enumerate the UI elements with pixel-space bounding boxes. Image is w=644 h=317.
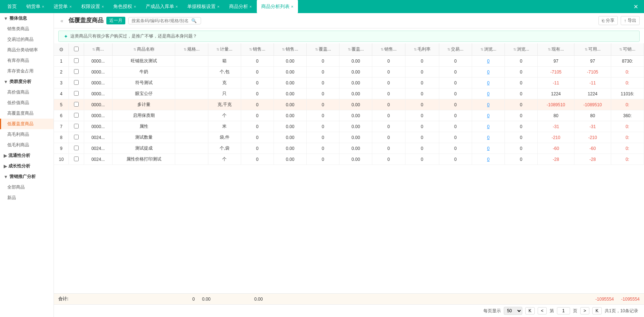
row-checkbox[interactable] bbox=[74, 102, 79, 107]
row-checkbox[interactable] bbox=[74, 124, 79, 128]
sidebar-item-low-coverage[interactable]: 低覆盖度商品 bbox=[0, 119, 54, 129]
collapse-sidebar-button[interactable]: « bbox=[58, 17, 66, 24]
row-checkbox[interactable] bbox=[74, 91, 79, 96]
col-sales-amount[interactable]: ⇅销售... bbox=[274, 43, 306, 56]
col-gross-rate[interactable]: ⇅毛利率 bbox=[405, 43, 439, 56]
cell-browse1[interactable]: 0 bbox=[472, 110, 504, 121]
row-checkbox[interactable] bbox=[74, 80, 79, 85]
col-code[interactable]: ⇅商... bbox=[84, 43, 113, 56]
col-available[interactable]: ⇅可用... bbox=[574, 43, 611, 56]
table-row[interactable]: 6 0000... 启用保质期 个 0 0.00 0 0.00 0 0 0 0 … bbox=[54, 110, 644, 121]
nav-template-settings[interactable]: 单据模板设置 × bbox=[183, 0, 224, 13]
sidebar-item-stock-capital[interactable]: 库存资金占用 bbox=[0, 66, 54, 76]
search-input[interactable] bbox=[131, 18, 190, 23]
nav-permission-settings[interactable]: 权限设置 × bbox=[77, 0, 108, 13]
sidebar-item-low-margin[interactable]: 低毛利商品 bbox=[0, 140, 54, 150]
col-settings[interactable]: ⚙ bbox=[54, 43, 69, 56]
cell-check[interactable] bbox=[69, 88, 84, 99]
first-page-button[interactable]: K bbox=[525, 307, 535, 314]
row-checkbox[interactable] bbox=[74, 135, 79, 139]
table-row[interactable]: 3 0000... 符号测试 克 0 0.00 0 0.00 0 0 0 0 0… bbox=[54, 78, 644, 88]
sidebar-item-new-goods[interactable]: 新品 bbox=[0, 193, 54, 203]
cell-check[interactable] bbox=[69, 143, 84, 154]
nav-finished-goods[interactable]: 产成品入库单 × bbox=[141, 0, 182, 13]
sidebar-item-all-goods[interactable]: 全部商品 bbox=[0, 182, 54, 193]
cell-browse1[interactable]: 0 bbox=[472, 56, 504, 67]
nav-home[interactable]: 首页 bbox=[3, 0, 21, 13]
cell-browse1[interactable]: 0 bbox=[472, 78, 504, 88]
col-current[interactable]: ⇅现有... bbox=[538, 43, 574, 56]
sidebar-item-stocked-goods[interactable]: 有库存商品 bbox=[0, 55, 54, 66]
cell-check[interactable] bbox=[69, 132, 84, 143]
nav-close-goods-analysis[interactable]: × bbox=[250, 4, 252, 9]
cell-browse1[interactable]: 0 bbox=[472, 99, 504, 110]
col-browse2[interactable]: ⇅浏览... bbox=[505, 43, 538, 56]
sidebar-group-cluster[interactable]: ▼ 类群度分析 bbox=[0, 76, 54, 87]
col-sales-x[interactable]: ⇅销售... bbox=[372, 43, 405, 56]
last-page-button[interactable]: K bbox=[592, 307, 602, 314]
table-row[interactable]: 1 0000... 旺铺批次测试 箱 0 0.00 0 0.00 0 0 0 0… bbox=[54, 56, 644, 67]
table-row[interactable]: 10 0024... 属性价格打印测试 个 0 0.00 0 0.00 0 0 … bbox=[54, 154, 644, 165]
row-checkbox[interactable] bbox=[74, 69, 79, 74]
sidebar-group-overall[interactable]: ▼ 整体信息 bbox=[0, 13, 54, 24]
search-icon[interactable]: 🔍 bbox=[191, 18, 197, 23]
cell-browse1[interactable]: 0 bbox=[472, 132, 504, 143]
cell-check[interactable] bbox=[69, 56, 84, 67]
nav-goods-analysis-list[interactable]: 商品分析列表 × bbox=[257, 0, 298, 13]
col-coverage1[interactable]: ⇅覆盖... bbox=[307, 43, 339, 56]
cell-check[interactable] bbox=[69, 99, 84, 110]
sidebar-item-sales-goods[interactable]: 销售类商品 bbox=[0, 24, 54, 34]
nav-close-goods-analysis-list[interactable]: × bbox=[291, 4, 293, 9]
table-row[interactable]: 4 0000... 眼宝公仔 只 0 0.00 0 0.00 0 0 0 0 0… bbox=[54, 88, 644, 99]
sidebar-item-category-turnover[interactable]: 商品分类动销率 bbox=[0, 45, 54, 55]
table-row[interactable]: 9 0024... 测试提成 个,袋 0 0.00 0 0.00 0 0 0 0… bbox=[54, 143, 644, 154]
sidebar-item-low-value[interactable]: 低价值商品 bbox=[0, 98, 54, 108]
col-coverage2[interactable]: ⇅覆盖... bbox=[339, 43, 372, 56]
select-all-checkbox[interactable] bbox=[74, 47, 79, 51]
col-checkbox[interactable] bbox=[69, 43, 84, 56]
sidebar-item-high-value[interactable]: 高价值商品 bbox=[0, 87, 54, 98]
next-page-button[interactable]: > bbox=[580, 307, 589, 314]
sidebar-group-marketing[interactable]: ▼ 营销推广分析 bbox=[0, 171, 54, 182]
table-row[interactable]: 7 0000... 属性 米 0 0.00 0 0.00 0 0 0 0 0 -… bbox=[54, 121, 644, 132]
nav-close-template-settings[interactable]: × bbox=[217, 4, 219, 9]
col-unit[interactable]: ⇅计量... bbox=[208, 43, 241, 56]
sidebar-item-high-coverage[interactable]: 高覆盖度商品 bbox=[0, 108, 54, 119]
nav-close-permission-settings[interactable]: × bbox=[102, 4, 104, 9]
cell-check[interactable] bbox=[69, 121, 84, 132]
row-checkbox[interactable] bbox=[74, 156, 79, 161]
sidebar-item-high-margin[interactable]: 高毛利商品 bbox=[0, 129, 54, 140]
row-checkbox[interactable] bbox=[74, 113, 79, 118]
table-row[interactable]: 2 0000... 牛奶 个,包 0 0.00 0 0.00 0 0 0 0 0… bbox=[54, 67, 644, 78]
close-window-button[interactable]: ✕ bbox=[631, 3, 641, 10]
nav-close-purchase-order[interactable]: × bbox=[69, 4, 71, 9]
col-name[interactable]: ⇅商品名称 bbox=[113, 43, 175, 56]
table-row[interactable]: 8 0024... 测试数量 袋,件 0 0.00 0 0.00 0 0 0 0… bbox=[54, 132, 644, 143]
row-checkbox[interactable] bbox=[74, 146, 79, 150]
col-trade[interactable]: ⇅交易... bbox=[439, 43, 472, 56]
prev-page-button[interactable]: < bbox=[538, 307, 547, 314]
cell-browse1[interactable]: 0 bbox=[472, 67, 504, 78]
col-spec[interactable]: ⇅规格... bbox=[175, 43, 208, 56]
sidebar-item-traded-goods[interactable]: 交易过的商品 bbox=[0, 34, 54, 45]
sidebar-group-liquidity[interactable]: ▶ 流通性分析 bbox=[0, 150, 54, 161]
cell-browse1[interactable]: 0 bbox=[472, 154, 504, 165]
cell-check[interactable] bbox=[69, 110, 84, 121]
nav-close-role-auth[interactable]: × bbox=[134, 4, 136, 9]
cell-check[interactable] bbox=[69, 154, 84, 165]
sidebar-group-growth[interactable]: ▶ 成长性分析 bbox=[0, 161, 54, 171]
cell-browse1[interactable]: 0 bbox=[472, 121, 504, 132]
cell-check[interactable] bbox=[69, 78, 84, 88]
nav-role-auth[interactable]: 角色授权 × bbox=[109, 0, 140, 13]
cell-browse1[interactable]: 0 bbox=[472, 88, 504, 99]
cell-check[interactable] bbox=[69, 67, 84, 78]
page-number-input[interactable] bbox=[557, 307, 570, 314]
row-checkbox[interactable] bbox=[74, 58, 79, 63]
period-button[interactable]: 近一月 bbox=[106, 17, 125, 24]
table-row[interactable]: 5 0000... 多计量 克,千克 0 0.00 0 0.00 0 0 0 0… bbox=[54, 99, 644, 110]
col-sales-count[interactable]: ⇅销售... bbox=[241, 43, 274, 56]
cell-browse1[interactable]: 0 bbox=[472, 143, 504, 154]
share-button[interactable]: ⎗ 分享 bbox=[598, 16, 618, 25]
col-sellable[interactable]: ⇅可销... bbox=[611, 43, 644, 56]
nav-close-sales-order[interactable]: × bbox=[42, 4, 44, 9]
